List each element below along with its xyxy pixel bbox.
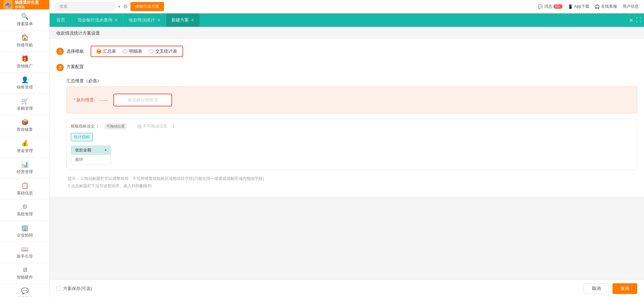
online-support-button[interactable]: 🎧 在线客服 [595, 4, 617, 9]
app-download-button[interactable]: 📱 App下载 [568, 4, 589, 9]
vertical-dimension-label: * 纵向维度 [73, 97, 94, 103]
tab-new-plan[interactable]: 新建方案 ✕ [166, 13, 200, 27]
tab-fullscreen-icon[interactable]: ⛶ [636, 17, 641, 23]
save-option-label: 方案保存(可选) [63, 286, 92, 292]
sidebar-item-purchase[interactable]: 🛒 采购管理 [0, 94, 49, 115]
metrics-table-header[interactable]: 收款金额 ▾ [71, 146, 111, 155]
operations-icon: 📊 [21, 161, 29, 168]
config-section: 汇总维度（必选） * 纵向维度 —— 请选择分组维度 模板指标设定（可拖动位置 … [66, 78, 637, 190]
wechat-icon: 💬 [21, 287, 29, 295]
sidebar-item-capital[interactable]: 💰 资金管理 [0, 136, 49, 157]
sidebar-item-guide[interactable]: 📖 新手引导 [0, 242, 49, 263]
sidebar-item-system-label: 系统管理 [17, 211, 33, 217]
app-name: 畅捷通好生意 [15, 0, 39, 5]
marketing-icon: 🎁 [21, 55, 29, 62]
page-title: 收款情况统计方案设置 [50, 27, 644, 39]
metrics-header: 模板指标设定（可拖动位置 不可拖动位置） [71, 123, 633, 130]
cancel-button[interactable]: 取消 [584, 283, 609, 294]
user-info[interactable]: 用户信息 [623, 4, 639, 9]
step1-num: 1 [56, 48, 64, 55]
search-placeholder: 搜索 [59, 4, 67, 9]
sidebar-item-operations[interactable]: 📊 经营管理 [0, 157, 49, 179]
metrics-section: 模板指标设定（可拖动位置 不可拖动位置） 统计指标 收款金额 ▾ 合计 [66, 119, 637, 170]
sidebar-item-quick-nav-label: 快捷导航 [17, 42, 33, 48]
sidebar-item-capital-label: 资金管理 [17, 148, 33, 154]
app-download-label: App下载 [574, 4, 589, 9]
dimension-select[interactable]: 请选择分组维度 [113, 94, 172, 106]
step1-options-box: 汇总表 明细表 交叉统计表 [91, 46, 183, 57]
radio-cross[interactable]: 交叉统计表 [149, 48, 177, 54]
radio-detail[interactable]: 明细表 [123, 48, 142, 54]
sidebar-item-marketing[interactable]: 🎁 营销推广 [0, 52, 49, 73]
step2-label: 方案配置 [66, 64, 84, 70]
metrics-table-dropdown-icon[interactable]: ▾ [105, 148, 107, 152]
basic-info-icon: 📋 [21, 182, 29, 189]
sidebar-item-guide-label: 新手引导 [17, 254, 33, 259]
step2-num: 2 [56, 64, 64, 71]
metrics-table: 收款金额 ▾ 合计 [71, 145, 111, 164]
header-left: 搜索 ▾ ⚙ 体验行业方案 [55, 2, 164, 11]
sidebar-item-search-menu-label: 搜索菜单 [17, 21, 33, 27]
metrics-table-header-text: 收款金额 [75, 147, 91, 153]
settings-icon[interactable]: ⚙ [123, 3, 128, 10]
save-option[interactable]: 方案保存(可选) [56, 286, 92, 292]
sidebar-item-enterprise[interactable]: 🏢 企业协同 [0, 221, 49, 242]
step1-row: 1 选择模板 汇总表 明细表 交叉统计表 [56, 46, 637, 57]
sidebar-item-smart-hw-label: 智能硬件 [17, 275, 33, 280]
sidebar-item-search-menu[interactable]: 🔍 搜索菜单 [0, 9, 49, 31]
metrics-table-row: 合计 [71, 155, 111, 164]
radio-summary[interactable]: 汇总表 [97, 48, 116, 54]
sidebar-item-smart-hw[interactable]: 🖥 智能硬件 [0, 263, 49, 284]
radio-cross-label: 交叉统计表 [155, 48, 177, 54]
sidebar-item-system[interactable]: ⚙ 系统管理 [0, 200, 49, 221]
sidebar-item-sales-label: 销售管理 [17, 85, 33, 90]
logo-icon: 🐟 [3, 0, 13, 9]
app-edition: 标准版 [15, 5, 39, 9]
radio-summary-circle [97, 49, 101, 54]
sidebar-item-wechat[interactable]: 💬 企业微信 [0, 284, 49, 297]
support-icon: 🎧 [595, 4, 600, 9]
online-support-label: 在线客服 [601, 4, 617, 9]
sidebar-item-inventory[interactable]: 📦 库存核算 [0, 115, 49, 136]
sales-icon: 👤 [21, 76, 29, 84]
draggable-position-tag: 可拖动位置 [104, 123, 127, 130]
tips-section: 提示： 1.拖动标题栏可以调整布局，不可跨维度或指标区域拖动目字段(只能在同一维… [66, 175, 637, 190]
header-dropdown-icon[interactable]: ▾ [118, 4, 120, 9]
notifications-button[interactable]: 💬 消息 99+ [538, 4, 562, 9]
tab-close-all-icon[interactable]: ✕ [629, 17, 633, 23]
search-box[interactable]: 搜索 [55, 2, 115, 11]
query-button[interactable]: 查询 [612, 283, 637, 294]
dimension-arrow: —— [99, 98, 108, 103]
radio-detail-label: 明细表 [129, 48, 142, 54]
purchase-icon: 🛒 [21, 97, 29, 105]
sidebar-logo: 🐟 畅捷通好生意 标准版 [0, 0, 49, 9]
sidebar-item-sales[interactable]: 👤 销售管理 [0, 73, 49, 94]
system-icon: ⚙ [22, 203, 28, 210]
smart-hw-icon: 🖥 [22, 266, 28, 274]
tab-bank[interactable]: 现金银行流水查询 ✕ [72, 13, 123, 27]
tab-new-plan-label: 新建方案 [171, 17, 189, 23]
message-icon: 💬 [538, 4, 543, 9]
metrics-table-row-text: 合计 [75, 157, 83, 162]
step2-row: 2 方案配置 [56, 64, 637, 71]
tab-bank-close-icon[interactable]: ✕ [114, 18, 118, 22]
radio-cross-circle [149, 49, 154, 54]
quick-nav-icon: 🏠 [21, 34, 29, 41]
tab-collection-close-icon[interactable]: ✕ [157, 18, 160, 22]
save-checkbox[interactable] [56, 286, 61, 291]
capital-icon: 💰 [21, 140, 29, 147]
sidebar-item-operations-label: 经营管理 [17, 169, 33, 175]
sidebar-item-wechat-label: 企业微信 [17, 296, 33, 297]
trial-industry-button[interactable]: 体验行业方案 [130, 2, 164, 11]
tab-new-plan-close-icon[interactable]: ✕ [191, 18, 194, 22]
tab-home[interactable]: 首页 [50, 13, 72, 27]
tab-bar: 首页 现金银行流水查询 ✕ 收款情况统计 ✕ 新建方案 ✕ ✕ ⛶ [50, 13, 644, 27]
tab-collection[interactable]: 收款情况统计 ✕ [123, 13, 166, 27]
dimension-placeholder: 请选择分组维度 [127, 97, 158, 102]
footer-buttons: 取消 查询 [584, 283, 637, 294]
sidebar-item-inventory-label: 库存核算 [17, 127, 33, 133]
search-menu-icon: 🔍 [21, 13, 29, 20]
sidebar-item-basic-info[interactable]: 📋 基础信息 [0, 179, 49, 200]
footer-bar: 方案保存(可选) 取消 查询 [50, 280, 644, 297]
sidebar-item-quick-nav[interactable]: 🏠 快捷导航 [0, 31, 49, 52]
